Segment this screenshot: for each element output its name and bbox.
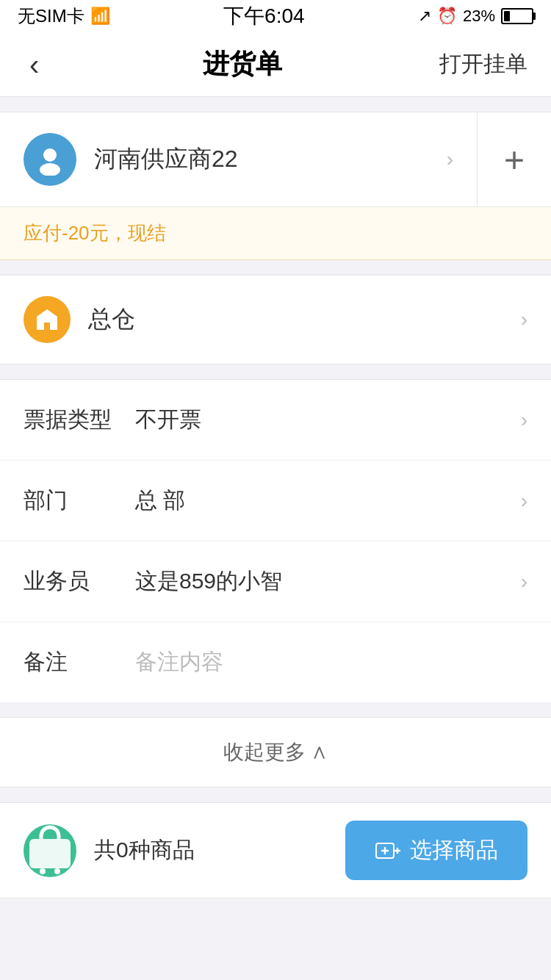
back-button[interactable]: ‹ (24, 44, 45, 85)
carrier-label: 无SIM卡 (18, 4, 84, 28)
notice-banner: 应付-20元，现结 (0, 207, 551, 260)
notice-text: 应付-20元，现结 (24, 222, 166, 244)
alarm-icon: ⏰ (437, 7, 457, 26)
svg-point-4 (54, 868, 60, 874)
warehouse-name: 总仓 (88, 303, 515, 336)
time-label: 下午6:04 (223, 2, 305, 30)
add-supplier-button[interactable]: + (478, 112, 551, 206)
warehouse-chevron-icon: › (521, 308, 527, 331)
remark-label: 备注 (24, 647, 112, 677)
svg-point-3 (40, 868, 46, 874)
remark-input[interactable]: 备注内容 (112, 647, 527, 677)
main-content: 河南供应商22 › + 应付-20元，现结 总仓 › 票据类型 不开票 › 部门… (0, 112, 551, 980)
invoice-type-row[interactable]: 票据类型 不开票 › (0, 380, 551, 461)
supplier-name: 河南供应商22 (94, 143, 441, 176)
svg-point-1 (40, 163, 60, 176)
salesperson-row[interactable]: 业务员 这是859的小智 › (0, 541, 551, 622)
supplier-avatar (24, 133, 76, 186)
select-product-button[interactable]: 选择商品 (345, 821, 527, 880)
person-icon (34, 143, 66, 176)
nav-bar: ‹ 进货单 打开挂单 (0, 32, 551, 97)
open-pending-button[interactable]: 打开挂单 (439, 49, 527, 79)
remark-row[interactable]: 备注 备注内容 (0, 622, 551, 702)
department-value: 总 部 (112, 486, 515, 516)
cart-icon (24, 824, 76, 877)
department-label: 部门 (24, 486, 112, 516)
warehouse-icon (24, 296, 71, 343)
select-product-label: 选择商品 (410, 835, 498, 865)
supplier-chevron-icon: › (447, 148, 453, 171)
invoice-type-chevron-icon: › (521, 408, 527, 432)
invoice-type-label: 票据类型 (24, 405, 112, 435)
add-product-icon (375, 837, 401, 864)
salesperson-chevron-icon: › (521, 570, 527, 594)
svg-point-0 (43, 148, 57, 162)
department-chevron-icon: › (521, 489, 527, 513)
status-left: 无SIM卡 📶 (18, 4, 110, 28)
house-icon (34, 306, 60, 333)
battery-indicator (501, 8, 533, 24)
product-count-label: 共0种商品 (94, 835, 345, 865)
collapse-button[interactable]: 收起更多 ∧ (0, 717, 551, 788)
status-right: ↗ ⏰ 23% (418, 7, 533, 26)
product-icon (24, 824, 76, 877)
page-title: 进货单 (203, 46, 282, 82)
salesperson-label: 业务员 (24, 566, 112, 597)
battery-label: 23% (463, 7, 495, 26)
status-bar: 无SIM卡 📶 下午6:04 ↗ ⏰ 23% (0, 0, 551, 32)
salesperson-value: 这是859的小智 (112, 566, 515, 597)
wifi-icon: 📶 (90, 7, 110, 26)
gps-icon: ↗ (418, 7, 431, 26)
supplier-section: 河南供应商22 › + (0, 112, 551, 207)
collapse-label: 收起更多 ∧ (223, 741, 328, 763)
svg-rect-2 (29, 839, 71, 868)
supplier-selector[interactable]: 河南供应商22 › (0, 112, 478, 206)
bottom-spacer (0, 898, 551, 980)
form-section: 票据类型 不开票 › 部门 总 部 › 业务员 这是859的小智 › 备注 备注… (0, 379, 551, 702)
warehouse-selector[interactable]: 总仓 › (0, 275, 551, 364)
department-row[interactable]: 部门 总 部 › (0, 461, 551, 541)
product-footer: 共0种商品 选择商品 (0, 802, 551, 898)
invoice-type-value: 不开票 (112, 405, 515, 435)
